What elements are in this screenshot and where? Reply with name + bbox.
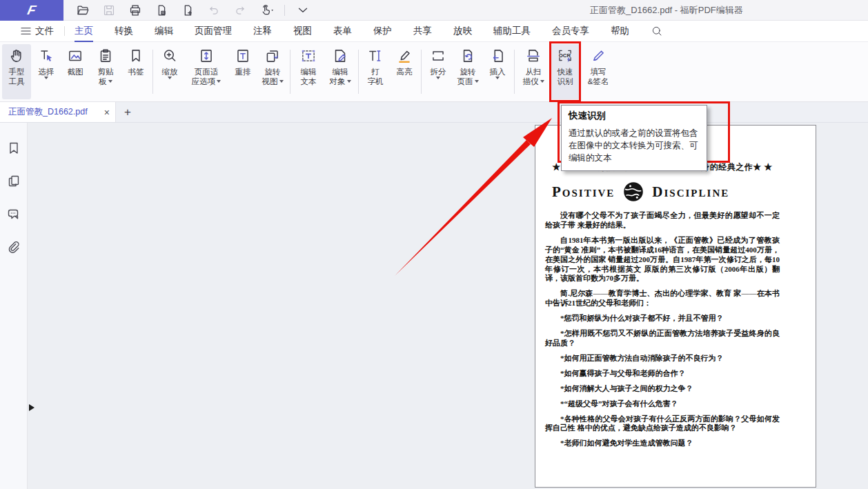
toolbar-button-fill-sign[interactable]: 填写&签名 [581, 44, 615, 99]
title-bar: F 正面管教_D1662.pdf - 福昕PDF编辑器 [0, 0, 868, 21]
menu-protect[interactable]: 保护 [373, 21, 392, 42]
toolbar-button-clipboard[interactable]: 剪贴板 [90, 44, 121, 99]
extract-page-icon[interactable] [153, 2, 170, 19]
rotate-page-icon [459, 47, 477, 65]
tab-document[interactable]: 正面管教_D1662.pdf × [0, 102, 116, 122]
dropdown-caret [168, 77, 172, 79]
tab-label: 正面管教_D1662.pdf [8, 106, 100, 118]
menu-accessibility[interactable]: 辅助工具 [493, 21, 531, 42]
toolbar-button-edit-text[interactable]: 编辑文本 [293, 44, 324, 99]
document-tab-bar: 正面管教_D1662.pdf × + [0, 102, 868, 123]
dropdown-caret [475, 80, 479, 83]
clipboard-icon [97, 47, 115, 65]
toolbar-button-reflow[interactable]: 重排 [229, 44, 257, 99]
doc-bullet: *各种性格的父母会对孩子有什么正反两方面的影响？父母如何发挥自己性 格中的优点，… [545, 415, 780, 434]
bookmarks-panel-icon[interactable] [5, 139, 23, 157]
rotate-view-icon [264, 47, 282, 65]
doc-paragraph: 自1981年本书第一版出版以来，《正面管教》已经成为了管教孩子的“黄金 准则”，… [545, 236, 780, 284]
attachments-panel-icon[interactable] [5, 239, 23, 257]
reflow-icon [234, 47, 252, 65]
menu-edit[interactable]: 编辑 [155, 21, 173, 42]
toolbar-button-bookmark[interactable]: 书签 [122, 44, 150, 99]
fill-sign-icon [589, 47, 607, 65]
dropdown-caret [540, 80, 544, 83]
print-icon[interactable] [127, 2, 144, 19]
zoom-icon [161, 47, 179, 65]
dropdown-caret [217, 80, 221, 83]
toolbar-button-quick-ocr[interactable]: OCR 快速识别 [551, 44, 580, 99]
snapshot-icon [66, 47, 84, 65]
from-scanner-icon [524, 47, 542, 65]
quick-access-toolbar [75, 2, 311, 19]
select-icon [37, 47, 55, 65]
menu-comment[interactable]: 注释 [253, 21, 272, 42]
redo-icon[interactable] [232, 2, 248, 19]
toolbar-separator [290, 50, 290, 94]
open-file-icon[interactable] [75, 2, 91, 19]
window-title: 正面管教_D1662.pdf - 福昕PDF编辑器 [590, 0, 743, 21]
toolbar-button-from-scanner[interactable]: 从扫描仪 [517, 44, 549, 99]
toolbar-button-edit-object[interactable]: 编辑对象 [325, 44, 355, 99]
menu-home[interactable]: 主页 [75, 21, 93, 42]
highlight-icon [395, 47, 413, 65]
undo-icon[interactable] [206, 2, 222, 19]
tooltip-quick-ocr: 快速识别 通过默认的或者之前的设置将包含在图像中的文本转换为可搜索、可编辑的文本 [561, 105, 707, 171]
toolbar-button-snapshot[interactable]: 截图 [61, 44, 89, 99]
menu-membership[interactable]: 会员专享 [552, 21, 589, 42]
panel-expand-handle[interactable] [29, 404, 34, 411]
toolbar-button-rotate-page[interactable]: 旋转页面 [453, 44, 482, 99]
search-icon[interactable] [651, 21, 663, 42]
touch-mode-icon[interactable] [258, 2, 275, 19]
dropdown-caret [279, 80, 284, 83]
toolbar-button-typewriter[interactable]: 打字机 [362, 44, 389, 99]
doc-bullet: *怎样用既不惩罚又不娇纵的正面管教方法培养孩子受益终身的良好品质？ [545, 329, 780, 348]
doc-bullet: *如何用正面管教方法自动消除孩子的不良行为？ [545, 354, 780, 363]
toolbar-button-hand-tool[interactable]: 手型工具 [2, 44, 31, 99]
comments-panel-icon[interactable] [5, 206, 23, 223]
toolbar-button-highlight[interactable]: 高亮 [391, 44, 418, 99]
typewriter-icon [366, 47, 384, 65]
split-icon [429, 47, 447, 65]
new-tab-button[interactable]: + [116, 102, 139, 122]
menu-share[interactable]: 共享 [413, 21, 432, 42]
toolbar-button-fit-page[interactable]: 页面适应选项 [185, 44, 228, 99]
foxit-logo: F [0, 0, 63, 21]
tooltip-title: 快速识别 [569, 110, 700, 122]
doc-bullet: *惩罚和娇纵为什么对孩子都不好，并且不管用？ [545, 314, 780, 323]
menu-present[interactable]: 放映 [453, 21, 472, 42]
logo-word-positive: Positive [552, 183, 615, 201]
dropdown-caret [495, 77, 500, 79]
menu-organize[interactable]: 页面管理 [195, 21, 232, 42]
pages-panel-icon[interactable] [5, 172, 23, 190]
bookmark-icon [127, 47, 145, 65]
document-area: ★ ★让数百万孩子、家长和老师受益终身的经典之作★ ★ Positive Dis… [0, 123, 868, 489]
toolbar-button-zoom[interactable]: 缩放 [156, 44, 184, 99]
menu-view[interactable]: 视图 [293, 21, 312, 42]
fit-page-icon [197, 47, 215, 65]
toolbar-button-rotate-view[interactable]: 旋转视图 [258, 44, 287, 99]
menu-form[interactable]: 表单 [333, 21, 352, 42]
menu-file[interactable]: 文件 [21, 21, 54, 42]
customize-toolbar-icon[interactable] [295, 2, 311, 19]
hamburger-icon [21, 27, 31, 35]
tab-close-icon[interactable]: × [104, 107, 110, 118]
toolbar-separator [152, 50, 153, 94]
positive-discipline-logo: Positive Discipline [545, 179, 780, 204]
insert-icon [489, 47, 506, 65]
pdf-page-content: ★ ★让数百万孩子、家长和老师受益终身的经典之作★ ★ Positive Dis… [545, 126, 780, 454]
menu-help[interactable]: 帮助 [611, 21, 629, 42]
dropdown-caret [108, 80, 112, 83]
toolbar-button-insert[interactable]: 插入 [484, 44, 511, 99]
navigation-sidebar [0, 123, 28, 489]
ribbon-toolbar: 手型工具 选择 截图 剪贴板 书签 缩放 页面适应选项 重排 旋转视图 编辑文本… [0, 42, 868, 102]
doc-bullet: *“超级父母”对孩子会有什么危害？ [545, 399, 780, 409]
save-icon[interactable] [101, 2, 117, 19]
toolbar-separator [421, 50, 422, 94]
pdf-page: ★ ★让数百万孩子、家长和老师受益终身的经典之作★ ★ Positive Dis… [535, 125, 816, 488]
toolbar-button-select[interactable]: 选择 [32, 44, 60, 99]
toolbar-button-split[interactable]: 拆分 [424, 44, 452, 99]
doc-bullet: *老师们如何避免对学生造成管教问题？ [545, 439, 780, 448]
add-page-icon[interactable] [179, 2, 196, 19]
edit-object-icon [331, 47, 349, 65]
menu-convert[interactable]: 转换 [115, 21, 133, 42]
